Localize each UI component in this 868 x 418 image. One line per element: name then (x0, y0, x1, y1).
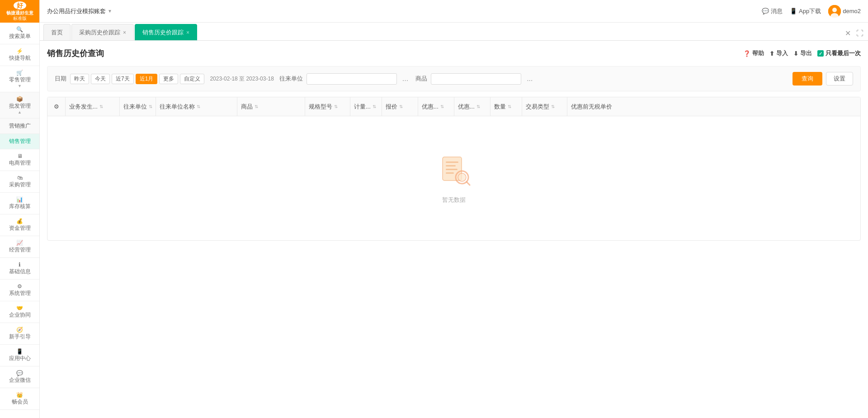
system-icon: ⚙ (17, 283, 22, 290)
partner-dots[interactable]: ... (401, 75, 410, 83)
sort-icon: ⇅ (255, 104, 258, 109)
maximize-button[interactable]: ⛶ (855, 28, 864, 38)
sort-icon: ⇅ (476, 104, 480, 109)
sidebar-item-finance[interactable]: 💰 资金管理 (0, 214, 39, 236)
sidebar-item-label: 电商管理 (9, 159, 31, 167)
page-title-bar: 销售历史价查询 ❓ 帮助 ⬆ 导入 ⬇ 导出 ✓ (47, 48, 861, 59)
sidebar-item-purchase[interactable]: 🛍 采购管理 (0, 171, 39, 193)
partner-input[interactable] (307, 73, 397, 85)
th-unit-name[interactable]: 往来单位名称 ⇅ (156, 97, 237, 116)
sidebar-item-guide[interactable]: 🧭 新手引导 (0, 323, 39, 345)
only-last-checkbox[interactable]: ✓ 只看最后一次 (817, 49, 861, 57)
header-left: 办公用品行业模拟账套 ▼ (47, 7, 112, 15)
goods-input[interactable] (431, 73, 521, 85)
th-date[interactable]: 业务发生... ⇅ (66, 97, 120, 116)
th-calc[interactable]: 计量... ⇅ (350, 97, 382, 116)
tab-sales-label: 销售历史价跟踪 (142, 28, 184, 37)
tab-home[interactable]: 首页 (43, 24, 71, 40)
date-btn-last1month[interactable]: 近1月 (136, 74, 158, 84)
th-price[interactable]: 报价 ⇅ (382, 97, 418, 116)
date-btn-yesterday[interactable]: 昨天 (70, 74, 89, 84)
sidebar-item-label: 系统管理 (9, 290, 31, 297)
page-content: 销售历史价查询 ❓ 帮助 ⬆ 导入 ⬇ 导出 ✓ (40, 41, 868, 418)
app-download-label: App下载 (799, 7, 821, 15)
download-icon: 📱 (790, 8, 797, 14)
date-btn-custom[interactable]: 自定义 (180, 74, 204, 84)
th-calc-label: 计量... (354, 103, 371, 111)
tab-home-label: 首页 (51, 28, 63, 37)
inventory-icon: 📊 (16, 196, 23, 203)
th-discount2-label: 优惠... (458, 103, 475, 111)
th-date-label: 业务发生... (69, 103, 98, 111)
sidebar-item-search[interactable]: 🔍 搜索菜单 (0, 23, 39, 44)
th-settings[interactable]: ⚙ (47, 97, 66, 116)
sidebar-item-basic[interactable]: ℹ 基础信息 (0, 258, 39, 280)
app-download-button[interactable]: 📱 App下载 (790, 7, 821, 15)
sidebar-item-label: 新手引导 (9, 333, 31, 341)
svg-rect-5 (446, 165, 456, 166)
svg-point-1 (832, 8, 837, 12)
sidebar-item-marketing[interactable]: 营销推广 (0, 119, 39, 134)
th-unit[interactable]: 往来单位 ⇅ (120, 97, 156, 116)
workspace-selector[interactable]: 办公用品行业模拟账套 ▼ (47, 7, 112, 15)
sidebar-item-inventory[interactable]: 📊 库存核算 (0, 193, 39, 214)
enterprise-icon: 🤝 (16, 305, 23, 311)
tab-sales-history[interactable]: 销售历史价跟踪 × (135, 24, 197, 40)
app-logo: 好 畅捷通好生意标准版 (0, 0, 39, 23)
sidebar-item-sales-mgmt[interactable]: 销售管理 (0, 134, 39, 149)
sort-icon: ⇅ (551, 104, 555, 109)
sidebar-item-quick-nav[interactable]: ⚡ 快捷导航 (0, 44, 39, 66)
th-trade-label: 交易类型 (526, 103, 549, 111)
date-btn-more[interactable]: 更多 (159, 74, 178, 84)
purchase-icon: 🛍 (17, 175, 23, 181)
th-discount2[interactable]: 优惠... ⇅ (454, 97, 491, 116)
date-btn-last7days[interactable]: 近7天 (112, 74, 134, 84)
search-icon: 🔍 (16, 26, 23, 33)
sidebar-item-retail[interactable]: 🛒 零售管理 ▼ (0, 66, 39, 92)
th-qty[interactable]: 数量 ⇅ (491, 97, 522, 116)
th-trade[interactable]: 交易类型 ⇅ (522, 97, 567, 116)
sidebar-item-app-center[interactable]: 📱 应用中心 (0, 345, 39, 366)
th-discount1[interactable]: 优惠... ⇅ (418, 97, 454, 116)
settings-button[interactable]: 设置 (826, 72, 853, 86)
help-button[interactable]: ❓ 帮助 (743, 49, 764, 57)
close-tab-button[interactable]: ✕ (844, 28, 852, 38)
sidebar-item-label: 畅会员 (12, 398, 28, 406)
table-header: ⚙ 业务发生... ⇅ 往来单位 ⇅ 往来单位名称 ⇅ (47, 97, 860, 116)
sidebar-item-wechat[interactable]: 💬 企业微信 (0, 366, 39, 388)
goods-dots[interactable]: ... (525, 75, 534, 83)
sidebar-item-label: 企业协同 (9, 311, 31, 319)
sidebar-item-label: 应用中心 (9, 355, 31, 362)
svg-rect-4 (446, 162, 458, 163)
sidebar-item-enterprise[interactable]: 🤝 企业协同 (0, 301, 39, 323)
svg-rect-6 (446, 169, 458, 170)
th-notax[interactable]: 优惠前无税单价 (567, 97, 860, 116)
sidebar-item-label: 资金管理 (9, 224, 31, 232)
user-menu[interactable]: demo2 (828, 5, 861, 18)
th-goods[interactable]: 商品 ⇅ (237, 97, 305, 116)
query-button[interactable]: 查询 (793, 72, 822, 86)
sidebar-item-operation[interactable]: 📈 经营管理 (0, 236, 39, 258)
th-spec[interactable]: 规格型号 ⇅ (305, 97, 350, 116)
sort-icon: ⇅ (197, 104, 200, 109)
empty-state-icon (436, 152, 472, 189)
sidebar-item-member[interactable]: 👑 畅会员 (0, 388, 39, 410)
messages-button[interactable]: 💬 消息 (762, 7, 783, 15)
header-right: 💬 消息 📱 App下载 demo2 (762, 5, 861, 18)
tab-purchase-history[interactable]: 采购历史价跟踪 × (71, 24, 134, 40)
tab-sales-close-button[interactable]: × (186, 29, 189, 36)
page-inner: 销售历史价查询 ❓ 帮助 ⬆ 导入 ⬇ 导出 ✓ (40, 41, 868, 418)
th-spec-label: 规格型号 (309, 103, 332, 111)
sidebar-item-wholesale[interactable]: 📦 批发管理 ▲ (0, 92, 39, 119)
import-button[interactable]: ⬆ 导入 (769, 49, 788, 57)
tab-purchase-close-button[interactable]: × (123, 29, 126, 36)
date-btn-today[interactable]: 今天 (91, 74, 110, 84)
export-button[interactable]: ⬇ 导出 (793, 49, 812, 57)
th-price-label: 报价 (386, 103, 397, 111)
th-qty-label: 数量 (494, 103, 506, 111)
sidebar-item-system[interactable]: ⚙ 系统管理 (0, 280, 39, 301)
sort-icon: ⇅ (399, 104, 403, 109)
basic-icon: ℹ (19, 261, 21, 268)
sidebar-item-ecommerce[interactable]: 🖥 电商管理 (0, 149, 39, 171)
sidebar-item-label: 库存核算 (9, 203, 31, 210)
